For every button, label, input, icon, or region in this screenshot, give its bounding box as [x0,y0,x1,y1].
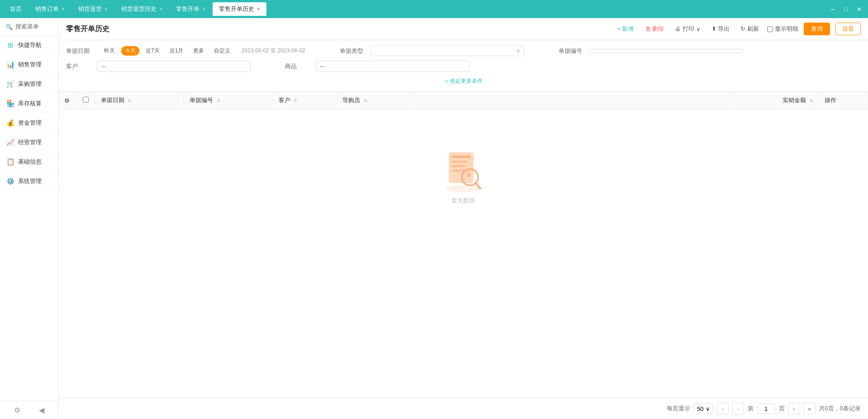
svg-rect-2 [451,155,471,158]
col-check-header[interactable] [77,92,95,109]
close-btn[interactable]: ✕ [854,5,864,14]
tab-sales-return-history[interactable]: 销货退货历史 × [115,2,169,16]
sidebar-item-quick-nav[interactable]: ⊞ 快捷导航 [0,36,58,55]
table-container: ⚙ 单据日期 ⇅ 单据编号 ⇅ [59,92,868,398]
tab-sales-order[interactable]: 销售订单 × [29,2,71,16]
tab-sales-return-history-close[interactable]: × [159,6,162,12]
display-detail-check[interactable] [767,26,773,32]
sidebar-item-purchase-mgmt[interactable]: 🛒 采购管理 [0,75,58,94]
sidebar-bottom: ⚙ ◀ [0,401,58,419]
page-summary: 共0页，0条记录 [819,405,861,413]
next-page-btn[interactable]: › [788,403,800,414]
tab-sales-order-close[interactable]: × [62,6,65,12]
col-doc-no-header[interactable]: 单据编号 ⇅ [184,92,273,109]
display-detail-label: 显示明细 [775,25,798,33]
sidebar-item-base-info[interactable]: 📋 基础信息 [0,152,58,172]
col-settings-header[interactable]: ⚙ [59,92,77,109]
date-opt-7days[interactable]: 近7天 [142,46,163,56]
minimize-btn[interactable]: ─ [828,5,838,14]
sidebar-item-operations[interactable]: 📈 经营管理 [0,133,58,152]
doc-type-select[interactable]: ∨ [370,46,524,56]
date-opt-custom[interactable]: 自定义 [210,46,234,56]
sidebar-search[interactable]: 🔍 搜索菜单 [0,18,58,36]
first-page-btn[interactable]: « [717,403,729,414]
settings-col-icon: ⚙ [64,97,70,104]
tab-retail-open-close[interactable]: × [202,6,205,12]
sidebar: 🔍 搜索菜单 ⊞ 快捷导航 📊 销售管理 🛒 采购管理 🏪 库存核算 💰 资金管… [0,18,59,419]
empty-text: 暂无数据 [451,197,475,205]
tab-sales-return-close[interactable]: × [104,6,108,12]
maximize-btn[interactable]: □ [841,5,850,14]
goods-input[interactable]: ··· [316,61,470,72]
select-all-checkbox[interactable] [83,97,89,103]
sidebar-item-finance[interactable]: 💰 资金管理 [0,113,58,133]
sidebar-item-inventory[interactable]: 🏪 库存核算 [0,94,58,113]
doc-no-label: 单据编号 [559,47,586,55]
collapse-row: ∧ 收起更多条件 [66,76,861,86]
col-guide-header[interactable]: 导购员 ⇅ [337,92,413,109]
svg-point-8 [466,173,471,177]
page-size-select[interactable]: 50 ∨ [694,404,713,414]
customer-input[interactable]: ··· [97,61,251,72]
sidebar-item-sales-mgmt[interactable]: 📊 销售管理 [0,55,58,75]
delete-button-label: 🗑 删除 [645,25,664,33]
base-info-icon: 📋 [6,158,14,166]
add-button[interactable]: + 新增 [614,23,636,35]
col-actual-amount-header[interactable]: 实销金额 ⇅ [730,92,819,109]
date-opt-today[interactable]: 今天 [121,46,139,56]
tab-sales-order-label: 销售订单 [35,5,59,13]
col-doc-date-header[interactable]: 单据日期 ⇅ [95,92,184,109]
sidebar-item-label-finance: 资金管理 [18,119,42,127]
guide-sort-icon: ⇅ [364,98,367,103]
last-page-btn[interactable]: » [804,403,816,414]
tab-retail-open-history-label: 零售开单历史 [219,5,254,13]
sidebar-item-label-base-info: 基础信息 [18,158,42,166]
page-size-value: 50 [697,405,703,412]
col-customer-header[interactable]: 客户 ⇅ [273,92,337,109]
goods-dots: ··· [320,63,325,70]
delete-button[interactable]: 🗑 删除 [642,23,667,35]
sidebar-search-label: 搜索菜单 [15,23,39,31]
refresh-button[interactable]: ↻ 刷新 [738,23,762,35]
display-detail-checkbox[interactable]: 显示明细 [767,25,798,33]
date-opt-yesterday[interactable]: 昨天 [100,46,119,56]
settings-icon[interactable]: ⚙ [14,406,20,414]
purchase-mgmt-icon: 🛒 [6,80,14,88]
collapse-sidebar-icon[interactable]: ◀ [39,406,44,414]
window-controls: ─ □ ✕ [828,5,864,14]
print-button-label: 🖨 打印 [675,25,694,33]
add-button-label: + 新增 [617,25,634,33]
main-layout: 🔍 搜索菜单 ⊞ 快捷导航 📊 销售管理 🛒 采购管理 🏪 库存核算 💰 资金管… [0,18,868,419]
customer-sort-icon: ⇅ [294,98,297,103]
tab-retail-open-history[interactable]: 零售开单历史 × [213,2,266,16]
sidebar-item-label-sys-mgmt: 系统管理 [18,177,42,185]
tab-home[interactable]: 首页 [4,2,28,16]
page-title: 零售开单历史 [66,24,109,34]
sales-mgmt-icon: 📊 [6,61,14,69]
setting-button[interactable]: 设置 [835,23,861,35]
date-label: 单据日期 [66,47,93,55]
query-button[interactable]: 查询 [804,23,830,35]
tab-sales-return[interactable]: 销货退货 × [72,2,114,16]
collapse-button[interactable]: ∧ 收起更多条件 [441,76,486,86]
customer-label: 客户 [66,62,93,71]
sidebar-item-label-sales-mgmt: 销售管理 [18,61,42,69]
sidebar-item-sys-mgmt[interactable]: ⚙️ 系统管理 [0,172,58,191]
refresh-button-label: ↻ 刷新 [740,25,759,33]
prev-page-btn[interactable]: ‹ [732,403,744,414]
date-opt-1month[interactable]: 近1月 [166,46,187,56]
doc-no-input[interactable] [589,49,743,53]
tab-retail-open-history-close[interactable]: × [257,6,260,12]
export-button[interactable]: ⬆ 导出 [709,23,733,35]
date-opt-more[interactable]: 更多 [190,46,208,56]
svg-point-0 [445,185,481,192]
empty-illustration [436,146,490,197]
tab-retail-open[interactable]: 零售开单 × [170,2,212,16]
inventory-icon: 🏪 [6,99,14,108]
col-spacer-header [413,92,730,109]
empty-state: 暂无数据 [59,109,868,241]
page-number-input[interactable] [757,404,775,414]
print-button[interactable]: 🖨 打印 ∨ [672,23,703,35]
quick-nav-icon: ⊞ [6,41,14,49]
date-range: 2023-06-02 至 2023-06-02 [241,47,305,55]
